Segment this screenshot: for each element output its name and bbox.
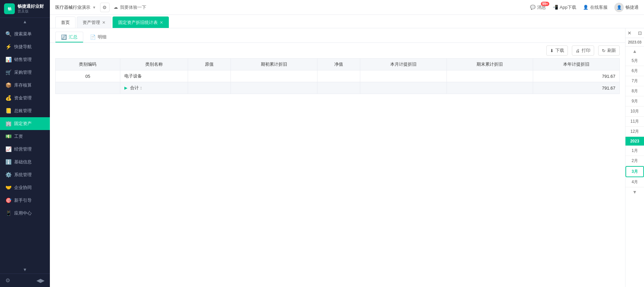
collapse-icon[interactable]: ◀▶ (36, 277, 44, 284)
quicknav-icon: ⚡ (5, 44, 11, 50)
col-header-monthly-depr: 本月计提折旧 (360, 59, 447, 70)
summary-expand-icon[interactable]: ▶ (124, 86, 127, 90)
settings-button[interactable]: ⚙ (100, 3, 110, 12)
logo-area: 畅 畅捷通好业财 普及版 (0, 0, 50, 18)
month-item-6[interactable]: 6月 (625, 66, 644, 76)
print-icon: 🖨 (576, 48, 580, 53)
cloud-icon: ☁ (114, 5, 118, 10)
service-icon: 👤 (583, 5, 588, 10)
month-item-10[interactable]: 10月 (625, 106, 644, 117)
year-label: 2023.03 (625, 38, 644, 46)
summary-empty-1 (56, 82, 120, 94)
row-ending-accum (447, 70, 533, 82)
print-button[interactable]: 🖨 打印 (572, 45, 594, 56)
panel-close-button[interactable]: ✕ (627, 30, 632, 36)
sidebar-item-finance[interactable]: 💰 资金管理 (0, 92, 50, 104)
summary-annual-depr: 791.67 (533, 82, 620, 94)
month-item-5[interactable]: 5月 (625, 56, 644, 66)
online-service-action[interactable]: 👤 在线客服 (583, 4, 608, 10)
sidebar-item-system[interactable]: ⚙️ 系统管理 (0, 168, 50, 181)
tab-depreciation-report[interactable]: 固定资产折旧统计表 ✕ (113, 17, 169, 28)
month-2023-1[interactable]: 1月 (625, 146, 644, 156)
month-item-8[interactable]: 8月 (625, 86, 644, 96)
panel-scroll-down[interactable]: ▼ (625, 187, 644, 197)
close-asset-mgmt-tab[interactable]: ✕ (102, 20, 105, 25)
sidebar-item-salary[interactable]: 💵 工资 (0, 130, 50, 143)
sidebar-item-inventory[interactable]: 📦 库存核算 (0, 79, 50, 92)
col-header-ending-accum: 期末累计折旧 (447, 59, 533, 70)
enterprise-icon: 🤝 (5, 185, 11, 191)
sidebar-item-enterprise[interactable]: 🤝 企业协同 (0, 181, 50, 194)
refresh-icon: ↻ (602, 48, 606, 53)
sub-tab-bar: 🔄 汇总 📄 明细 (50, 28, 625, 43)
col-header-initial-accum: 期初累计折旧 (231, 59, 317, 70)
sales-icon: 📊 (5, 57, 11, 63)
page-body: 🔄 汇总 📄 明细 ⬇ 下载 🖨 打印 ↻ (50, 28, 644, 287)
sidebar-item-quick-nav[interactable]: ⚡ 快捷导航 (0, 40, 50, 53)
avatar: 👤 (614, 3, 624, 12)
table-row: 05 电子设备 791.67 (56, 70, 620, 82)
company-name: 医疗器械行业演示 (55, 4, 90, 10)
sidebar-scroll-down[interactable]: ▼ (0, 266, 50, 274)
panel-scroll-up[interactable]: ▲ (625, 46, 644, 56)
sidebar-item-fixed-assets[interactable]: 🏢 固定资产 (0, 117, 50, 130)
year-2023-label[interactable]: 2023 (625, 137, 644, 146)
message-badge: 99+ (541, 2, 549, 6)
month-item-7[interactable]: 7月 (625, 76, 644, 86)
logo-subtitle: 普及版 (18, 9, 44, 14)
sidebar-item-ledger[interactable]: 📒 总账管理 (0, 104, 50, 117)
month-item-11[interactable]: 11月 (625, 117, 644, 127)
month-item-12[interactable]: 12月 (625, 127, 644, 137)
panel-expand-button[interactable]: ⊡ (638, 30, 642, 36)
download-icon: 📲 (553, 5, 558, 10)
experience-button[interactable]: ☁ 我要体验一下 (114, 4, 146, 10)
panel-header: ✕ ⊡ (625, 28, 644, 38)
message-icon: 💬 (530, 5, 535, 10)
salary-icon: 💵 (5, 133, 11, 139)
user-profile[interactable]: 👤 畅捷通 (614, 3, 639, 12)
col-header-original: 原值 (188, 59, 231, 70)
month-2023-3[interactable]: 3月 (625, 166, 644, 177)
month-item-9[interactable]: 9月 (625, 96, 644, 106)
sidebar-item-guide[interactable]: 🎯 新手引导 (0, 194, 50, 207)
row-name: 电子设备 (120, 70, 188, 82)
sub-tab-summary[interactable]: 🔄 汇总 (55, 32, 83, 42)
top-header: 医疗器械行业演示 ▼ ⚙ ☁ 我要体验一下 💬 消息 99+ 📲 App下载 👤… (50, 0, 644, 15)
sidebar-item-search[interactable]: 🔍 搜索菜单 (0, 28, 50, 40)
download-button[interactable]: ⬇ 下载 (546, 45, 568, 56)
app-download-action[interactable]: 📲 App下载 (553, 4, 576, 10)
logo-icon: 畅 (4, 3, 15, 14)
summary-icon: 🔄 (61, 34, 67, 40)
tab-asset-mgmt[interactable]: 资产管理 ✕ (77, 17, 111, 28)
sidebar-item-basic-info[interactable]: ℹ️ 基础信息 (0, 156, 50, 168)
ledger-icon: 📒 (5, 108, 11, 114)
col-header-net: 净值 (317, 59, 360, 70)
toolbar: ⬇ 下载 🖨 打印 ↻ 刷新 (50, 43, 625, 58)
sidebar-item-operations[interactable]: 📈 经营管理 (0, 143, 50, 156)
row-original (188, 70, 231, 82)
sidebar-item-app-center[interactable]: 📱 应用中心 (0, 207, 50, 220)
main-content: 医疗器械行业演示 ▼ ⚙ ☁ 我要体验一下 💬 消息 99+ 📲 App下载 👤… (50, 0, 644, 287)
company-selector[interactable]: 医疗器械行业演示 ▼ (55, 4, 96, 10)
right-panel: ✕ ⊡ 2023.03 ▲ 5月 6月 7月 8月 9月 10月 11月 12月… (625, 28, 644, 287)
basicinfo-icon: ℹ️ (5, 159, 11, 165)
sub-tab-detail[interactable]: 📄 明细 (85, 32, 112, 42)
header-right: 💬 消息 99+ 📲 App下载 👤 在线客服 👤 畅捷通 (530, 3, 639, 12)
sidebar-item-sales[interactable]: 📊 销售管理 (0, 53, 50, 66)
sidebar-item-purchase[interactable]: 🛒 采购管理 (0, 66, 50, 79)
close-depreciation-tab[interactable]: ✕ (160, 20, 163, 25)
summary-row: ▶ 合计： 791.67 (56, 82, 620, 94)
system-icon: ⚙️ (5, 172, 11, 178)
month-2023-2[interactable]: 2月 (625, 156, 644, 166)
sidebar: 畅 畅捷通好业财 普及版 ▲ 🔍 搜索菜单 ⚡ 快捷导航 📊 销售管理 🛒 采购… (0, 0, 50, 287)
detail-icon: 📄 (90, 34, 96, 40)
settings-footer-icon[interactable]: ⚙ (5, 277, 10, 284)
row-net (317, 70, 360, 82)
tab-home[interactable]: 首页 (55, 17, 75, 28)
month-2023-4[interactable]: 4月 (625, 177, 644, 187)
refresh-button[interactable]: ↻ 刷新 (598, 45, 620, 56)
sidebar-scroll-up[interactable]: ▲ (0, 18, 50, 26)
summary-initial-accum (231, 82, 317, 94)
search-icon: 🔍 (5, 31, 11, 37)
message-action[interactable]: 💬 消息 99+ (530, 4, 546, 10)
